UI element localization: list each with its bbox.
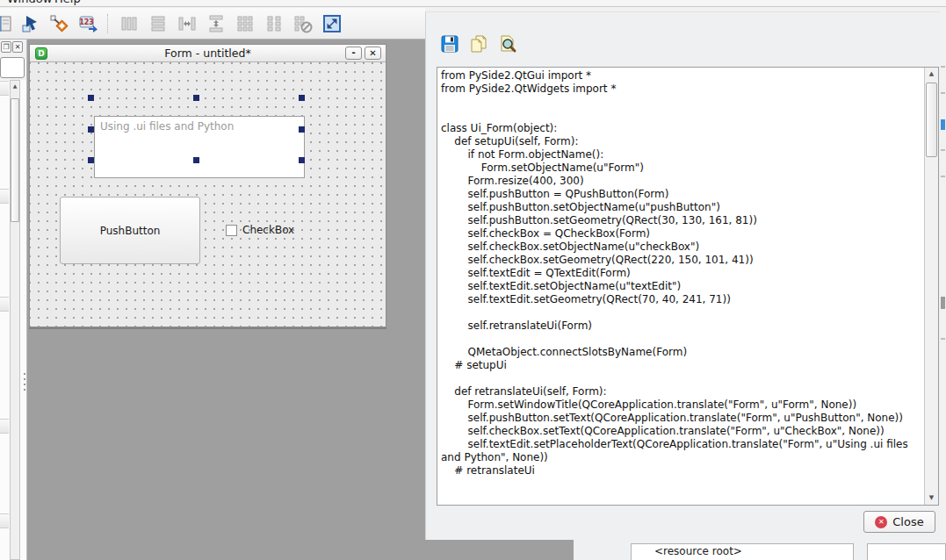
selection-handle-bottom-center[interactable] (193, 157, 199, 163)
widget-category[interactable] (0, 81, 9, 96)
selection-handle-top-left[interactable] (88, 95, 94, 101)
code-scrollbar[interactable]: ▲ ▼ (924, 68, 938, 505)
scrollbar-thumb[interactable] (926, 83, 937, 157)
selection-handle-top-right[interactable] (299, 95, 305, 101)
form-toolbar: 123 (0, 8, 425, 39)
widget-box-scrollbar[interactable]: ▲ (10, 80, 20, 560)
toolbar-separator (107, 14, 110, 33)
textedit-widget[interactable]: Using .ui files and Python (94, 116, 305, 178)
layout-horizontal-icon[interactable] (119, 14, 139, 33)
edit-tab-order-icon[interactable]: 123 (79, 14, 98, 33)
widget-category[interactable] (0, 513, 9, 528)
layout-vertical-icon[interactable] (148, 14, 168, 33)
resource-panel[interactable] (867, 543, 946, 560)
break-layout-icon[interactable] (293, 14, 313, 33)
close-window-button[interactable]: ✕ (365, 47, 381, 60)
scrollbar-thumb[interactable] (11, 98, 19, 222)
scroll-up-icon[interactable]: ▲ (11, 81, 19, 91)
close-dialog-button[interactable]: ✕ Close (863, 511, 935, 533)
edit-widgets-icon[interactable] (0, 14, 11, 33)
pushbutton-widget[interactable]: PushButton (60, 197, 200, 264)
widget-filter-input[interactable] (0, 57, 25, 78)
form-title-bar[interactable]: D Form - untitled* - ✕ (30, 45, 386, 62)
widget-category[interactable] (0, 189, 9, 204)
layout-grid-icon[interactable] (235, 14, 255, 33)
edge-highlight-mark (941, 119, 945, 130)
selection-handle-bottom-right[interactable] (299, 157, 305, 163)
selection-handle-mid-right[interactable] (299, 126, 305, 133)
save-icon[interactable] (440, 34, 459, 54)
menu-help[interactable]: Help (54, 0, 81, 5)
selection-handle-bottom-left[interactable] (88, 157, 94, 163)
minimize-button[interactable]: - (345, 47, 362, 60)
scroll-up-icon[interactable]: ▲ (925, 68, 938, 81)
widget-box-list[interactable]: ▲ (0, 80, 26, 560)
panel-close-button[interactable]: ✕ (12, 41, 23, 53)
form-designer-window: D Form - untitled* - ✕ Using .ui files a… (29, 44, 386, 327)
close-icon: ✕ (875, 516, 887, 528)
edit-signals-slots-icon[interactable] (21, 14, 40, 33)
resource-root-item[interactable]: <resource root> (631, 543, 854, 560)
selection-handle-top-center[interactable] (193, 95, 199, 101)
layout-form-icon[interactable] (264, 14, 284, 33)
textedit-placeholder: Using .ui files and Python (95, 117, 304, 136)
close-button-label: Close (892, 515, 923, 528)
form-canvas[interactable]: Using .ui files and Python PushButton Ch… (30, 62, 386, 327)
edit-buddies-icon[interactable] (50, 14, 69, 33)
scroll-down-icon[interactable]: ▼ (925, 492, 938, 505)
layout-vertical-splitter-icon[interactable] (206, 14, 226, 33)
checkbox-widget[interactable]: CheckBox (226, 224, 294, 236)
widget-box-panel: ❐ ✕ ▲ (0, 39, 27, 560)
splitter-handle[interactable] (23, 373, 26, 396)
resource-browser-strip: <resource root> (574, 540, 946, 560)
checkbox-label: CheckBox (242, 224, 294, 236)
menu-window[interactable]: Window (7, 0, 52, 5)
edge-scroll-mark (941, 297, 945, 309)
selection-handle-mid-left[interactable] (88, 126, 94, 133)
copy-icon[interactable] (469, 34, 488, 54)
code-preview-dialog: from PySide2.QtGui import * from PySide2… (425, 11, 940, 540)
find-icon[interactable] (498, 34, 517, 54)
panel-float-button[interactable]: ❐ (1, 41, 11, 53)
widget-category[interactable] (0, 297, 9, 312)
code-view: from PySide2.QtGui import * from PySide2… (437, 67, 939, 506)
layout-horizontal-splitter-icon[interactable] (177, 14, 197, 33)
generated-python-code[interactable]: from PySide2.QtGui import * from PySide2… (437, 68, 924, 505)
checkbox-indicator[interactable] (226, 225, 237, 236)
qt-designer-screen: Window Help 123 (0, 0, 946, 560)
adjust-size-icon[interactable] (322, 14, 342, 33)
widget-category[interactable] (0, 419, 9, 434)
background-window-edge (940, 11, 946, 540)
menu-bar: Window Help (0, 0, 946, 7)
form-window-title: Form - untitled* (30, 47, 386, 60)
tab-order-label: 123 (79, 18, 94, 26)
